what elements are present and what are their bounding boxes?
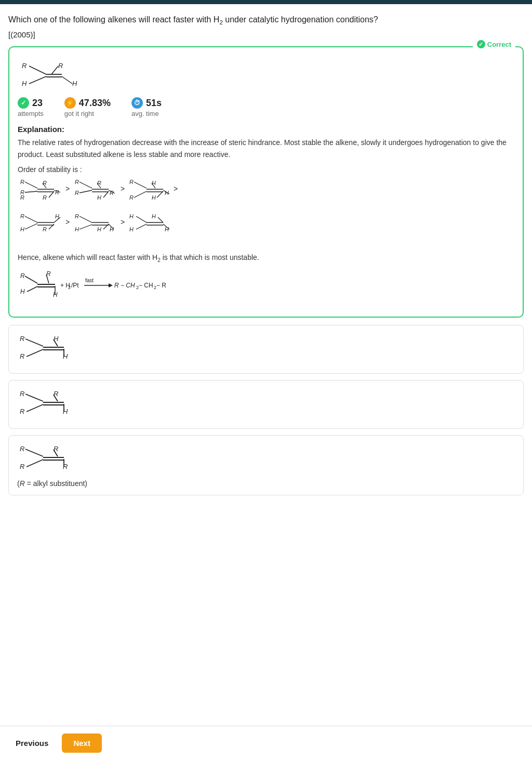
svg-text:R: R bbox=[43, 226, 47, 232]
svg-text:R: R bbox=[43, 180, 47, 186]
svg-text:H: H bbox=[129, 213, 134, 219]
svg-line-18 bbox=[25, 191, 37, 192]
svg-text:H: H bbox=[20, 288, 25, 295]
svg-text:>: > bbox=[121, 218, 125, 226]
svg-text:H: H bbox=[97, 226, 101, 232]
svg-line-79 bbox=[158, 217, 163, 222]
svg-line-1 bbox=[29, 66, 46, 74]
svg-text:R: R bbox=[75, 179, 79, 185]
svg-text:H: H bbox=[75, 226, 79, 232]
next-button[interactable]: Next bbox=[62, 733, 102, 753]
stability-diagram: R R R R R R > R R bbox=[18, 177, 514, 246]
time-value: ⏱ 51s bbox=[131, 97, 162, 109]
svg-line-44 bbox=[157, 191, 163, 198]
svg-text:2: 2 bbox=[68, 285, 71, 290]
svg-text:H: H bbox=[152, 180, 156, 186]
svg-text:− CH: − CH bbox=[139, 282, 153, 289]
svg-line-48 bbox=[134, 191, 147, 198]
svg-text:R: R bbox=[22, 62, 26, 70]
correct-answer-card: ✓ Correct R R H H bbox=[8, 46, 524, 318]
time-label: avg. time bbox=[131, 110, 162, 117]
svg-text:/Pt: /Pt bbox=[71, 282, 79, 289]
svg-line-110 bbox=[26, 349, 43, 357]
svg-line-25 bbox=[79, 182, 92, 188]
svg-text:R: R bbox=[20, 335, 24, 343]
svg-text:>: > bbox=[65, 185, 70, 193]
svg-text:fast: fast bbox=[85, 278, 94, 283]
svg-text:R: R bbox=[129, 194, 134, 201]
svg-text:R: R bbox=[75, 190, 79, 196]
svg-text:R: R bbox=[58, 62, 63, 70]
svg-text:H: H bbox=[20, 226, 24, 232]
svg-text:>: > bbox=[174, 185, 178, 193]
svg-line-51 bbox=[25, 216, 37, 222]
correct-badge: ✓ Correct bbox=[473, 40, 515, 48]
svg-line-53 bbox=[25, 224, 37, 229]
percent-icon: ⚡ bbox=[64, 97, 76, 109]
correct-molecule: R R H H bbox=[18, 59, 514, 90]
svg-text:>: > bbox=[65, 218, 70, 226]
percent-stat: ⚡ 47.83% got it right bbox=[64, 97, 111, 117]
svg-line-120 bbox=[26, 404, 43, 412]
svg-line-124 bbox=[25, 449, 43, 456]
svg-line-20 bbox=[49, 191, 54, 198]
svg-line-83 bbox=[25, 276, 37, 283]
svg-marker-97 bbox=[109, 283, 113, 287]
attempts-stat: ✓ 23 attempts bbox=[18, 97, 44, 117]
option-c-card[interactable]: R R R H bbox=[8, 380, 524, 429]
svg-line-38 bbox=[134, 182, 147, 188]
svg-line-9 bbox=[62, 76, 72, 84]
svg-line-104 bbox=[25, 339, 43, 346]
svg-line-75 bbox=[136, 216, 147, 222]
attempts-icon: ✓ bbox=[18, 97, 29, 109]
svg-line-89 bbox=[27, 286, 37, 292]
svg-text:H: H bbox=[129, 226, 134, 232]
option-d-card[interactable]: R R R R (R = alkyl substituent) bbox=[8, 435, 524, 495]
svg-line-11 bbox=[25, 182, 37, 188]
svg-text:H: H bbox=[152, 213, 156, 219]
svg-line-62 bbox=[79, 216, 92, 222]
option-d-note: (R = alkyl substituent) bbox=[17, 479, 515, 488]
main-content: Which one of the following alkenes will … bbox=[0, 4, 532, 564]
hint-text: Hence, alkene which will react faster wi… bbox=[18, 252, 514, 265]
percent-value: ⚡ 47.83% bbox=[64, 97, 111, 109]
year-tag: [(2005)] bbox=[8, 30, 524, 39]
nav-bar: Previous Next bbox=[0, 726, 532, 760]
svg-text:R: R bbox=[20, 189, 24, 195]
svg-text:H: H bbox=[72, 80, 77, 87]
svg-line-130 bbox=[26, 460, 43, 467]
svg-text:R: R bbox=[129, 179, 134, 185]
svg-line-73 bbox=[136, 224, 147, 229]
svg-text:R: R bbox=[43, 194, 47, 201]
previous-button[interactable]: Previous bbox=[8, 733, 56, 753]
top-bar bbox=[0, 0, 532, 4]
svg-text:R: R bbox=[75, 213, 79, 219]
svg-line-114 bbox=[25, 394, 43, 401]
explanation-body: The relative rates of hydrogenation decr… bbox=[18, 137, 514, 160]
svg-text:− R: − R bbox=[156, 282, 166, 289]
option-b-card[interactable]: R H R H bbox=[8, 325, 524, 374]
svg-line-7 bbox=[29, 76, 46, 84]
svg-text:R: R bbox=[20, 352, 24, 360]
attempts-label: attempts bbox=[18, 110, 44, 117]
reaction-equation: R R H H + H 2 /Pt fast R − C bbox=[18, 270, 514, 308]
svg-text:H: H bbox=[97, 194, 101, 201]
svg-text:R: R bbox=[20, 272, 25, 280]
question-text: Which one of the following alkenes will … bbox=[8, 14, 524, 27]
svg-text:>: > bbox=[121, 185, 125, 193]
order-label: Order of stability is : bbox=[18, 165, 514, 174]
correct-label: Correct bbox=[487, 41, 511, 48]
stats-row: ✓ 23 attempts ⚡ 47.83% got it right ⏱ 51… bbox=[18, 97, 514, 117]
svg-text:R: R bbox=[20, 445, 24, 453]
svg-line-3 bbox=[51, 66, 58, 74]
svg-text:R: R bbox=[20, 213, 24, 219]
svg-line-64 bbox=[79, 225, 92, 229]
svg-text:R: R bbox=[20, 408, 24, 415]
svg-text:R: R bbox=[97, 180, 101, 186]
svg-text:H: H bbox=[22, 80, 27, 87]
svg-text:H: H bbox=[152, 194, 156, 201]
svg-text:R: R bbox=[20, 179, 24, 185]
svg-line-33 bbox=[103, 191, 109, 198]
check-icon: ✓ bbox=[477, 40, 485, 48]
svg-text:R − CH: R − CH bbox=[114, 282, 135, 289]
